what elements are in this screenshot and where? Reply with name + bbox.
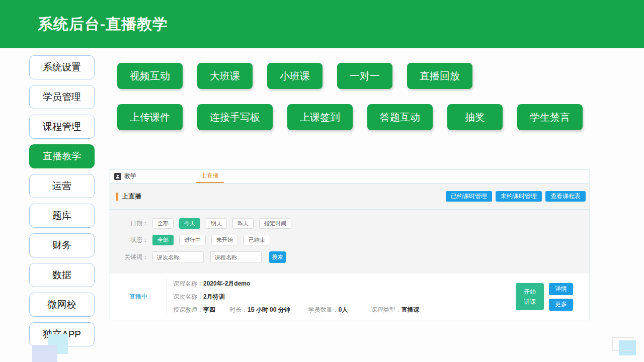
live-status-badge: 直播中 xyxy=(110,274,167,320)
sidebar-item-question-bank[interactable]: 题库 xyxy=(29,204,95,228)
feature-row-2: 上传课件 连接手写板 上课签到 答题互动 抽奖 学生禁言 xyxy=(117,104,597,130)
feature-one-on-one[interactable]: 一对一 xyxy=(337,63,392,89)
app-identity: 教学 xyxy=(114,169,136,183)
sidebar-item-course-management[interactable]: 课程管理 xyxy=(29,115,95,139)
secondary-actions: 详情 更多 xyxy=(549,283,573,311)
teacher-value: 李四 xyxy=(203,306,215,314)
status-chip-ended[interactable]: 已结束 xyxy=(244,235,270,245)
sidebar-item-micro-school[interactable]: 微网校 xyxy=(29,293,95,317)
detail-button[interactable]: 详情 xyxy=(549,283,573,295)
feature-video-interaction[interactable]: 视频互动 xyxy=(117,63,183,89)
date-chip-yesterday[interactable]: 昨天 xyxy=(232,218,254,229)
booked-lessons-button[interactable]: 已约课时管理 xyxy=(446,191,492,202)
date-chip-custom[interactable]: 指定时间 xyxy=(259,218,291,229)
filter-row-status: 状态： 全部 进行中 未开始 已结束 xyxy=(117,235,590,245)
feature-row-1: 视频互动 大班课 小班课 一对一 直播回放 xyxy=(117,63,487,89)
panel-content: 上直播 已约课时管理 未约课时管理 查看课程表 日期： 全部 今天 明天 昨天 … xyxy=(110,184,590,320)
header-banner: 系统后台-直播教学 xyxy=(0,0,644,48)
date-chip-all[interactable]: 全部 xyxy=(152,218,174,229)
more-button[interactable]: 更多 xyxy=(549,299,573,311)
feature-lottery[interactable]: 抽奖 xyxy=(447,104,503,130)
page-title: 系统后台-直播教学 xyxy=(38,14,168,35)
course-type-value: 直播课 xyxy=(401,306,419,314)
feature-small-class[interactable]: 小班课 xyxy=(267,63,323,89)
date-filter-label: 日期： xyxy=(117,219,148,228)
teaching-app-icon xyxy=(114,173,121,180)
duration-label: 时长： xyxy=(229,306,248,314)
panel-tab-bar: 教学 上直播 xyxy=(110,169,590,184)
sidebar-item-label: 直播教学 xyxy=(43,150,81,163)
sidebar-item-label: 学员管理 xyxy=(43,90,81,104)
live-session-row: 直播中 课程名称： 2020年-2月demo 课次名称： 2月特训 授课教师： … xyxy=(110,274,590,320)
date-chip-tomorrow[interactable]: 明天 xyxy=(206,218,227,229)
decor-square-lavender-left xyxy=(32,345,57,362)
feature-large-class[interactable]: 大班课 xyxy=(197,63,253,89)
keyword-filter-label: 关键词： xyxy=(117,253,148,261)
search-button[interactable]: 搜索 xyxy=(269,251,286,263)
lesson-name-value: 2月特训 xyxy=(203,293,225,301)
status-chip-all[interactable]: 全部 xyxy=(152,235,174,245)
session-details: 课程名称： 2020年-2月demo 课次名称： 2月特训 授课教师： 李四 时… xyxy=(167,274,516,320)
sidebar-item-label: 微网校 xyxy=(48,298,76,311)
course-type-label: 课程类型： xyxy=(371,306,401,314)
sidebar-item-label: 课程管理 xyxy=(43,120,81,133)
live-admin-panel: 教学 上直播 上直播 已约课时管理 未约课时管理 查看课程表 日期： 全部 今天… xyxy=(110,169,590,320)
feature-class-signin[interactable]: 上课签到 xyxy=(287,104,353,130)
teacher-label: 授课教师： xyxy=(173,306,203,314)
course-name-line: 课程名称： 2020年-2月demo xyxy=(173,280,516,288)
course-name-label: 课程名称： xyxy=(173,280,203,288)
status-filter-label: 状态： xyxy=(117,236,148,244)
session-meta-line: 授课教师： 李四 时长： 15 小时 00 分钟 学员数量： 0人 课程类型： … xyxy=(173,306,516,314)
sidebar-item-student-management[interactable]: 学员管理 xyxy=(29,85,95,109)
date-chip-today[interactable]: 今天 xyxy=(179,218,200,229)
section-accent-bar xyxy=(116,193,118,201)
lesson-name-label: 课次名称： xyxy=(173,293,203,301)
feature-student-mute[interactable]: 学生禁言 xyxy=(517,104,583,130)
section-header: 上直播 已约课时管理 未约课时管理 查看课程表 xyxy=(110,184,590,210)
app-label: 教学 xyxy=(124,172,136,180)
sidebar-item-live-teaching[interactable]: 直播教学 xyxy=(29,144,95,168)
course-name-input[interactable] xyxy=(210,251,262,263)
sidebar-item-label: 数据 xyxy=(52,268,71,282)
sidebar-item-label: 财务 xyxy=(52,239,71,252)
lesson-name-input[interactable] xyxy=(152,251,204,263)
sidebar-item-label: 系统设置 xyxy=(43,61,81,74)
sidebar-item-data[interactable]: 数据 xyxy=(29,263,95,287)
feature-connect-tablet[interactable]: 连接手写板 xyxy=(197,104,273,130)
sidebar-item-finance[interactable]: 财务 xyxy=(29,233,95,257)
status-chip-not-started[interactable]: 未开始 xyxy=(211,235,238,245)
decor-square-outline-right xyxy=(612,337,633,351)
view-schedule-button[interactable]: 查看课程表 xyxy=(545,191,586,202)
sidebar-item-operations[interactable]: 运营 xyxy=(29,174,95,198)
feature-upload-courseware[interactable]: 上传课件 xyxy=(117,104,183,130)
filters: 日期： 全部 今天 明天 昨天 指定时间 状态： 全部 进行中 未开始 已结束 … xyxy=(110,210,590,274)
status-chip-ongoing[interactable]: 进行中 xyxy=(179,235,206,245)
course-name-value: 2020年-2月demo xyxy=(203,280,250,288)
duration-value: 15 小时 00 分钟 xyxy=(248,306,290,314)
students-value: 0人 xyxy=(339,306,348,314)
tab-go-live[interactable]: 上直播 xyxy=(196,169,224,183)
feature-live-playback[interactable]: 直播回放 xyxy=(407,63,472,89)
filter-row-date: 日期： 全部 今天 明天 昨天 指定时间 xyxy=(117,218,590,229)
sidebar-item-label: 运营 xyxy=(52,179,71,193)
unbooked-lessons-button[interactable]: 未约课时管理 xyxy=(496,191,542,202)
section-title: 上直播 xyxy=(122,192,141,201)
session-actions: 开始讲课 详情 更多 xyxy=(516,274,590,320)
lesson-name-line: 课次名称： 2月特训 xyxy=(173,293,516,301)
sidebar-item-system-settings[interactable]: 系统设置 xyxy=(29,55,95,79)
filter-row-keyword: 关键词： 搜索 xyxy=(117,251,590,263)
start-teaching-button[interactable]: 开始讲课 xyxy=(516,283,544,310)
feature-quiz-interaction[interactable]: 答题互动 xyxy=(367,104,433,130)
sidebar-item-label: 题库 xyxy=(52,209,71,222)
students-label: 学员数量： xyxy=(308,306,339,314)
sidebar: 系统设置 学员管理 课程管理 直播教学 运营 题库 财务 数据 微网校 独立AP… xyxy=(29,55,95,352)
